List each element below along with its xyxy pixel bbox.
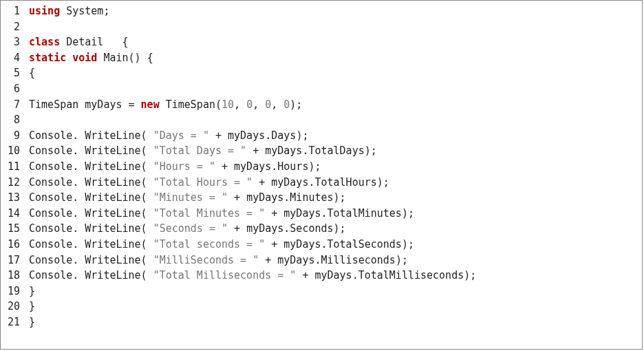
line-content: Console. WriteLine( "Minutes = " + myDay… (23, 190, 642, 206)
line-content: TimeSpan myDays = new TimeSpan(10, 0, 0,… (23, 97, 642, 113)
line-content: Console. WriteLine( "Seconds = " + myDay… (23, 221, 642, 237)
token-def (228, 160, 234, 173)
token-def (265, 207, 271, 220)
token-id: Hours (277, 160, 308, 173)
code-line: 6 (1, 81, 642, 97)
code-line: 8 (1, 112, 642, 128)
token-str: "Total Days = " (153, 145, 246, 157)
token-str: "Total Hours = " (153, 176, 253, 189)
line-content (23, 112, 642, 128)
token-pn: . (314, 254, 321, 266)
line-number: 14 (1, 206, 23, 222)
token-pn: } (29, 300, 35, 312)
token-id: Minutes (290, 191, 333, 204)
token-pn: . (321, 238, 328, 251)
token-str: "MilliSeconds = " (153, 254, 259, 266)
token-def (78, 176, 85, 189)
line-number: 4 (1, 50, 23, 66)
token-pn: . (72, 145, 78, 157)
token-def (259, 254, 265, 266)
token-pn: ( (141, 160, 147, 173)
token-id: myDays (228, 129, 265, 142)
token-pn: { (122, 36, 129, 48)
token-pn: ( (141, 254, 147, 266)
token-def (78, 269, 85, 281)
token-def (160, 98, 166, 111)
token-def (60, 5, 66, 17)
token-def (147, 207, 153, 220)
token-id: Milliseconds (321, 254, 396, 266)
token-pn: ); (296, 129, 308, 142)
line-content: } (23, 299, 642, 315)
token-str: "Total seconds = " (153, 238, 266, 251)
token-pn: { (147, 52, 153, 64)
token-pn: ); (290, 98, 302, 111)
line-content: Console. WriteLine( "Total Milliseconds … (23, 268, 642, 284)
token-id: Console (29, 145, 72, 157)
token-id: myDays (265, 145, 302, 157)
code-line: 15 Console. WriteLine( "Seconds = " + my… (1, 221, 642, 237)
token-def (103, 36, 122, 48)
line-number: 20 (1, 299, 23, 315)
token-num: 0 (283, 98, 290, 111)
token-pn: { (29, 67, 35, 79)
token-def (253, 176, 259, 189)
token-fn: WriteLine (85, 176, 140, 189)
code-line: 19 } (1, 284, 642, 299)
token-def (66, 52, 72, 64)
token-op: + (265, 254, 271, 266)
token-pn: . (321, 207, 328, 220)
token-def (147, 191, 153, 204)
token-def (215, 160, 222, 173)
line-content: } (23, 315, 642, 330)
token-op: + (234, 191, 240, 204)
line-number: 13 (1, 190, 23, 206)
line-number: 1 (1, 3, 23, 19)
token-id: myDays (314, 269, 352, 281)
line-content: Console. WriteLine( "MilliSeconds = " + … (23, 253, 642, 268)
line-number: 7 (1, 97, 23, 113)
code-line: 21 } (1, 315, 642, 330)
code-line: 2 (1, 19, 642, 35)
line-number: 18 (1, 268, 23, 284)
line-number: 21 (1, 315, 23, 330)
token-fn: WriteLine (85, 160, 140, 173)
token-def (277, 238, 283, 251)
code-line: 1 using System; (1, 3, 642, 19)
line-number: 11 (1, 159, 23, 175)
token-def (147, 160, 153, 173)
token-id: TotalSeconds (328, 238, 402, 251)
token-def (78, 160, 85, 173)
token-fn: WriteLine (85, 129, 140, 142)
token-id: Console (29, 269, 72, 281)
token-def (78, 254, 85, 266)
token-kw: new (141, 98, 160, 111)
line-content: static void Main() { (23, 50, 642, 66)
token-pn: ( (141, 207, 147, 220)
line-number: 19 (1, 284, 23, 299)
token-str: "Seconds = " (153, 222, 228, 235)
line-number: 10 (1, 143, 23, 159)
token-pn: ); (334, 191, 346, 204)
token-def (240, 222, 246, 235)
line-number: 5 (1, 65, 23, 81)
token-pn: ); (396, 254, 408, 266)
token-pn: . (72, 269, 78, 281)
line-content: Console. WriteLine( "Days = " + myDays.D… (23, 128, 642, 144)
token-id: TotalDays (308, 145, 364, 157)
token-fn: WriteLine (85, 238, 140, 251)
token-pn: ); (402, 238, 414, 251)
token-id: Console (29, 191, 72, 204)
token-pn: . (72, 160, 78, 173)
line-content: using System; (23, 3, 642, 19)
token-def (78, 191, 85, 204)
token-id: Console (29, 254, 72, 266)
token-str: "Total Milliseconds = " (153, 269, 297, 281)
token-num: 10 (222, 98, 234, 111)
token-id: myDays (234, 160, 271, 173)
token-pn: . (271, 160, 277, 173)
code-line: 12 Console. WriteLine( "Total Hours = " … (1, 175, 642, 191)
token-pn: ( (141, 129, 147, 142)
token-pn: } (29, 285, 35, 297)
token-fn: WriteLine (85, 222, 140, 235)
